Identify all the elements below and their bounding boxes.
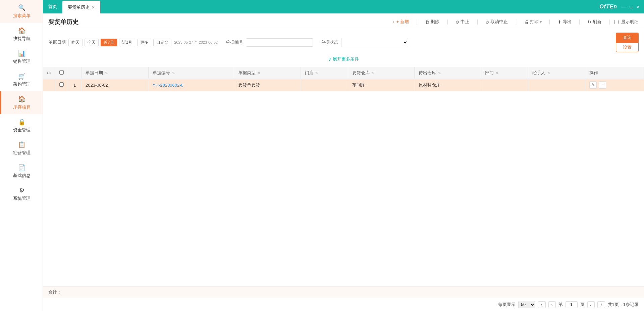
print-icon: 🖨 bbox=[524, 19, 529, 25]
sort-date-icon: ⇅ bbox=[105, 71, 108, 75]
print-button[interactable]: 🖨 打印 ▾ bbox=[521, 17, 545, 26]
col-store[interactable]: 门店 ⇅ bbox=[301, 67, 348, 79]
date-btn-1month[interactable]: 近1月 bbox=[119, 39, 136, 46]
next-page-btn[interactable]: › bbox=[587, 301, 595, 308]
cell-doc-type: 要货单要货 bbox=[234, 79, 301, 91]
row-more-btn[interactable]: ⋯ bbox=[599, 81, 606, 89]
date-btn-yesterday[interactable]: 昨天 bbox=[68, 39, 83, 46]
date-btn-today[interactable]: 今天 bbox=[85, 39, 99, 46]
query-button[interactable]: 查询 bbox=[616, 33, 639, 43]
date-btn-more[interactable]: 更多 bbox=[137, 39, 151, 46]
stop-icon: ⊘ bbox=[455, 19, 459, 25]
col-date[interactable]: 单据日期 ⇅ bbox=[82, 67, 149, 79]
select-all-checkbox[interactable] bbox=[59, 70, 64, 75]
cell-store bbox=[301, 79, 348, 91]
window-maximize-btn[interactable]: □ bbox=[630, 4, 632, 9]
delete-icon: 🗑 bbox=[425, 19, 429, 25]
sort-req-wh-icon: ⇅ bbox=[371, 71, 374, 75]
cancel-stop-button[interactable]: ⊘ 取消中止 bbox=[482, 17, 511, 26]
date-btn-custom[interactable]: 自定义 bbox=[153, 39, 171, 46]
col-handler[interactable]: 经手人 ⇅ bbox=[528, 67, 585, 79]
sidebar-item-quick-nav[interactable]: 🏠 快捷导航 bbox=[0, 23, 43, 46]
date-filter-label: 单据日期 bbox=[48, 39, 66, 45]
stop-button[interactable]: ⊘ 中止 bbox=[452, 17, 473, 26]
first-page-btn[interactable]: ⟨ bbox=[538, 301, 546, 308]
cell-action: ✎ ⋯ bbox=[585, 79, 644, 91]
page-input[interactable] bbox=[566, 301, 578, 308]
cell-doc-no: YH-20230602-0 bbox=[149, 79, 234, 91]
query-settings-group: 查询 设置 bbox=[616, 33, 639, 52]
expand-more-btn[interactable]: ∨ 展开更多条件 bbox=[48, 55, 639, 63]
delete-button[interactable]: 🗑 删除 bbox=[422, 17, 443, 26]
col-doc-no[interactable]: 单据编号 ⇅ bbox=[149, 67, 234, 79]
row-checkbox[interactable] bbox=[59, 82, 64, 87]
col-req-warehouse[interactable]: 要货仓库 ⇅ bbox=[348, 67, 414, 79]
prev-page-btn[interactable]: ‹ bbox=[548, 301, 556, 308]
pagination-bar: 每页显示 10 20 50 100 ⟨ ‹ 第 页 › ⟩ 共1页，1条记录 bbox=[43, 298, 644, 311]
status-label: 单据状态 bbox=[321, 39, 338, 45]
doc-no-input[interactable] bbox=[246, 38, 313, 47]
col-action: 操作 bbox=[585, 67, 644, 79]
col-num bbox=[68, 67, 82, 79]
settings-button[interactable]: 设置 bbox=[616, 43, 639, 52]
display-cell-checkbox[interactable] bbox=[614, 20, 619, 24]
main-table: ⚙ 单据日期 ⇅ 单据编号 ⇅ bbox=[43, 67, 644, 91]
table-row: 1 2023-06-02 YH-20230602-0 要货单要货 车间库 原材料… bbox=[43, 79, 644, 91]
col-department[interactable]: 部门 ⇅ bbox=[481, 67, 528, 79]
export-button[interactable]: ⬆ 导出 bbox=[554, 17, 575, 26]
tab-close-icon[interactable]: ✕ bbox=[92, 5, 95, 10]
topbar-right: OfTEn — □ ✕ bbox=[599, 4, 644, 10]
tab-order-history-label: 要货单历史 bbox=[68, 4, 90, 10]
cell-pending-warehouse: 原材料仓库 bbox=[414, 79, 481, 91]
last-page-btn[interactable]: ⟩ bbox=[597, 301, 605, 308]
sidebar-item-label-base-info: 基础信息 bbox=[13, 173, 31, 179]
date-buttons: 昨天 今天 近7天 近1月 更多 自定义 bbox=[68, 39, 171, 46]
date-btn-7days[interactable]: 近7天 bbox=[101, 39, 117, 46]
sidebar-item-operations[interactable]: 📋 经营管理 bbox=[0, 137, 43, 160]
sidebar-item-system[interactable]: ⚙ 系统管理 bbox=[0, 183, 43, 206]
print-dropdown-icon: ▾ bbox=[540, 20, 542, 24]
sidebar-item-search-menu[interactable]: 🔍 搜索菜单 bbox=[0, 0, 43, 23]
page-header: 要货单历史 + + 新增 | 🗑 删除 | ⊘ 中止 | ⊘ bbox=[43, 13, 644, 29]
col-settings[interactable]: ⚙ bbox=[43, 67, 55, 79]
sidebar: 🔍 搜索菜单 🏠 快捷导航 📊 销售管理 🛒 采购管理 🏠 库存核算 🔒 资金管… bbox=[0, 0, 43, 311]
sidebar-item-base-info[interactable]: 📄 基础信息 bbox=[0, 160, 43, 183]
display-cell-button[interactable]: 显示明细 bbox=[614, 19, 639, 25]
col-doc-type[interactable]: 单据类型 ⇅ bbox=[234, 67, 301, 79]
row-edit-btn[interactable]: ✎ bbox=[589, 81, 597, 89]
sort-pend-wh-icon: ⇅ bbox=[438, 71, 441, 75]
sidebar-item-sales[interactable]: 📊 销售管理 bbox=[0, 46, 43, 69]
cell-req-warehouse: 车间库 bbox=[348, 79, 414, 91]
sidebar-item-finance[interactable]: 🔒 资金管理 bbox=[0, 114, 43, 137]
status-select[interactable] bbox=[341, 38, 408, 47]
finance-icon: 🔒 bbox=[18, 118, 25, 126]
sidebar-item-inventory[interactable]: 🏠 库存核算 bbox=[0, 91, 43, 114]
date-range-display: 2023-05-27 至 2023-06-02 bbox=[174, 40, 218, 45]
chevron-down-icon: ∨ bbox=[328, 57, 331, 62]
main-area: 首页 要货单历史 ✕ OfTEn — □ ✕ 要货单历史 + + 新增 | 🗑 bbox=[43, 0, 644, 311]
inventory-icon: 🏠 bbox=[18, 95, 25, 103]
sidebar-item-purchase[interactable]: 🛒 采购管理 bbox=[0, 69, 43, 91]
sort-handler-icon: ⇅ bbox=[547, 71, 550, 75]
window-close-btn[interactable]: ✕ bbox=[636, 4, 640, 9]
sidebar-item-label-purchase: 采购管理 bbox=[13, 81, 31, 87]
tab-order-history[interactable]: 要货单历史 ✕ bbox=[62, 1, 100, 14]
page-title: 要货单历史 bbox=[48, 18, 78, 26]
refresh-button[interactable]: ↻ 刷新 bbox=[584, 17, 605, 26]
table-footer: 合计： bbox=[43, 286, 644, 298]
col-pending-warehouse[interactable]: 待出仓库 ⇅ bbox=[414, 67, 481, 79]
system-icon: ⚙ bbox=[19, 187, 24, 194]
status-filter-group: 单据状态 bbox=[321, 38, 408, 47]
cell-handler bbox=[528, 79, 585, 91]
page-suffix: 页 bbox=[580, 302, 585, 308]
window-minimize-btn[interactable]: — bbox=[621, 4, 626, 9]
doc-no-link[interactable]: YH-20230602-0 bbox=[153, 83, 183, 88]
page-label: 第 bbox=[558, 302, 563, 308]
new-button[interactable]: + + 新增 bbox=[389, 17, 412, 26]
sort-store-icon: ⇅ bbox=[315, 71, 318, 75]
total-label: 合计： bbox=[48, 289, 61, 295]
date-filter-group: 单据日期 昨天 今天 近7天 近1月 更多 自定义 2023-05-27 至 2… bbox=[48, 39, 218, 46]
doc-no-label: 单据编号 bbox=[226, 39, 243, 45]
page-size-select[interactable]: 10 20 50 100 bbox=[518, 301, 535, 308]
tab-home[interactable]: 首页 bbox=[43, 0, 62, 13]
